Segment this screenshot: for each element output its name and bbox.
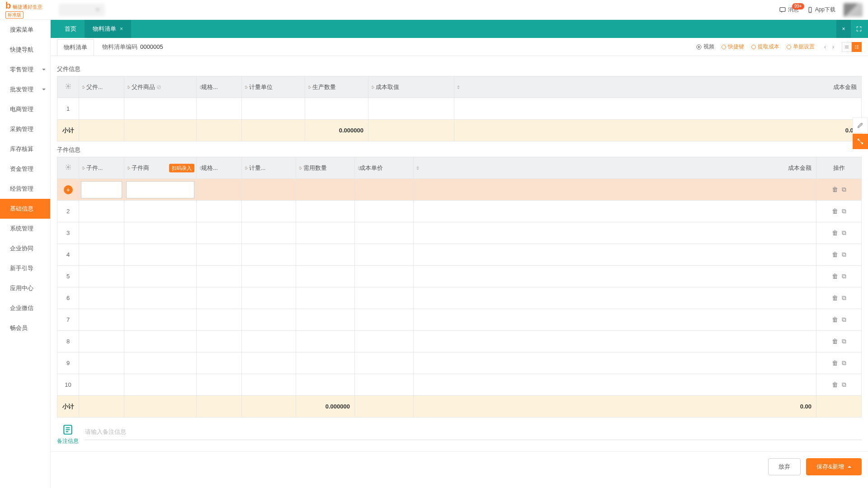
- child-row[interactable]: 9🗑⧉: [57, 352, 862, 374]
- copy-icon[interactable]: ⧉: [842, 251, 846, 258]
- delete-icon[interactable]: 🗑: [832, 272, 838, 280]
- copy-icon[interactable]: ⧉: [842, 359, 846, 366]
- avatar[interactable]: [844, 3, 863, 17]
- parent-col-qty[interactable]: ·生产数量: [305, 76, 368, 98]
- nav-stock[interactable]: 库存核算: [0, 139, 50, 159]
- tool-cost[interactable]: 提取成本: [751, 43, 779, 51]
- pager: ‹ ›: [821, 43, 837, 51]
- dot-icon: [751, 45, 756, 49]
- pager-prev[interactable]: ‹: [821, 43, 829, 51]
- nav-coop[interactable]: 企业协同: [0, 239, 50, 258]
- nav-basic[interactable]: 基础信息: [0, 199, 50, 219]
- delete-icon[interactable]: 🗑: [832, 186, 838, 193]
- tab-home-label: 首页: [65, 25, 76, 33]
- nav-search[interactable]: 搜索菜单: [0, 20, 50, 40]
- child-item-input[interactable]: [126, 181, 194, 198]
- copy-icon[interactable]: ⧉: [842, 338, 846, 345]
- nav-quick[interactable]: 快捷导航: [0, 40, 50, 60]
- view-detail[interactable]: [852, 42, 862, 52]
- copy-icon[interactable]: ⧉: [842, 272, 846, 280]
- delete-icon[interactable]: 🗑: [832, 207, 838, 215]
- child-row[interactable]: 8🗑⧉: [57, 331, 862, 352]
- nav-fund[interactable]: 资金管理: [0, 159, 50, 179]
- nav-system[interactable]: 系统管理: [0, 219, 50, 239]
- parent-gear[interactable]: [57, 76, 79, 98]
- nav-wework[interactable]: 企业微信: [0, 298, 50, 318]
- child-code-input[interactable]: [81, 181, 122, 198]
- child-col-qty[interactable]: ·需用数量: [296, 157, 355, 179]
- scan-badge[interactable]: 扫码录入: [169, 164, 194, 172]
- messages-link[interactable]: 消息 99+: [779, 6, 799, 14]
- tabstrip-close[interactable]: ×: [836, 20, 851, 38]
- nav-wholesale[interactable]: 批发管理: [0, 80, 50, 99]
- child-row[interactable]: 5🗑⧉: [57, 266, 862, 287]
- delete-icon[interactable]: 🗑: [832, 359, 838, 366]
- child-col-spec[interactable]: 规格...: [197, 157, 242, 179]
- child-row[interactable]: 4🗑⧉: [57, 244, 862, 266]
- footer: 放弃 保存&新增: [51, 451, 868, 482]
- delete-icon[interactable]: 🗑: [832, 381, 838, 388]
- nav-purchase[interactable]: 采购管理: [0, 119, 50, 139]
- remark-input[interactable]: [85, 424, 862, 440]
- pager-next[interactable]: ›: [829, 43, 837, 51]
- nav-guide[interactable]: 新手引导: [0, 258, 50, 278]
- parent-col-amt[interactable]: 成本金额: [454, 76, 862, 98]
- child-col-amt[interactable]: 成本金额: [414, 157, 816, 179]
- child-col-unit[interactable]: ·计量...: [242, 157, 296, 179]
- nav-operate[interactable]: 经营管理: [0, 179, 50, 199]
- tool-setting[interactable]: 单据设置: [787, 43, 815, 51]
- float-edit-button[interactable]: [853, 117, 868, 133]
- nav-vip[interactable]: 畅会员: [0, 318, 50, 338]
- tool-hotkey[interactable]: 快捷键: [722, 43, 744, 51]
- tab-home[interactable]: 首页: [57, 20, 85, 38]
- child-row[interactable]: 6🗑⧉: [57, 287, 862, 309]
- child-col-op: 操作: [816, 157, 862, 179]
- copy-icon[interactable]: ⧉: [842, 207, 846, 215]
- parent-col-code[interactable]: ·父件...: [79, 76, 124, 98]
- child-col-price[interactable]: 成本单价: [355, 157, 414, 179]
- child-row[interactable]: 10🗑⧉: [57, 374, 862, 396]
- fullscreen-icon[interactable]: [853, 20, 865, 38]
- copy-icon[interactable]: ⧉: [842, 294, 846, 301]
- nav-retail[interactable]: 零售管理: [0, 60, 50, 80]
- delete-icon[interactable]: 🗑: [832, 251, 838, 258]
- copy-icon[interactable]: ⧉: [842, 229, 846, 236]
- child-subtotal: 小计0.0000000.00: [57, 396, 862, 418]
- view-list[interactable]: [842, 42, 852, 52]
- app-download-link[interactable]: App下载: [807, 6, 835, 14]
- copy-icon[interactable]: ⧉: [842, 186, 846, 193]
- float-expand-button[interactable]: [853, 134, 868, 149]
- delete-icon[interactable]: 🗑: [832, 294, 838, 301]
- nav-appcenter[interactable]: 应用中心: [0, 278, 50, 298]
- child-row[interactable]: 7🗑⧉: [57, 309, 862, 331]
- add-row-button[interactable]: +: [64, 185, 73, 194]
- parent-col-unit[interactable]: ·计量单位: [242, 76, 305, 98]
- page-tabs: 首页 物料清单× ×: [0, 20, 868, 38]
- chat-icon: [779, 6, 786, 14]
- child-col-item[interactable]: ·子件商扫码录入: [124, 157, 197, 179]
- nav-ecom[interactable]: 电商管理: [0, 99, 50, 119]
- child-row[interactable]: 2🗑⧉: [57, 201, 862, 222]
- child-row[interactable]: 3🗑⧉: [57, 222, 862, 244]
- company-selector[interactable]: [59, 4, 105, 16]
- cancel-button[interactable]: 放弃: [768, 458, 801, 475]
- top-bar: b 畅捷通好生意 标准版 消息 99+ App下载: [0, 0, 868, 20]
- tool-video[interactable]: 视频: [696, 43, 714, 51]
- parent-col-item[interactable]: ·父件商品 ⊘: [124, 76, 197, 98]
- parent-row[interactable]: 1: [57, 98, 862, 120]
- save-add-button[interactable]: 保存&新增: [806, 458, 862, 475]
- parent-col-spec[interactable]: 规格...: [197, 76, 242, 98]
- delete-icon[interactable]: 🗑: [832, 316, 838, 323]
- delete-icon[interactable]: 🗑: [832, 338, 838, 345]
- close-icon[interactable]: ×: [120, 26, 123, 32]
- child-row[interactable]: +🗑⧉: [57, 179, 862, 201]
- delete-icon[interactable]: 🗑: [832, 229, 838, 236]
- parent-col-costsrc[interactable]: ·成本取值: [368, 76, 454, 98]
- child-gear[interactable]: [57, 157, 79, 179]
- tab-bom[interactable]: 物料清单×: [85, 20, 131, 38]
- child-col-code[interactable]: ·子件...: [79, 157, 124, 179]
- copy-icon[interactable]: ⧉: [842, 316, 846, 323]
- note-icon: [62, 424, 74, 436]
- sheet-tab[interactable]: 物料清单: [57, 39, 94, 56]
- copy-icon[interactable]: ⧉: [842, 381, 846, 388]
